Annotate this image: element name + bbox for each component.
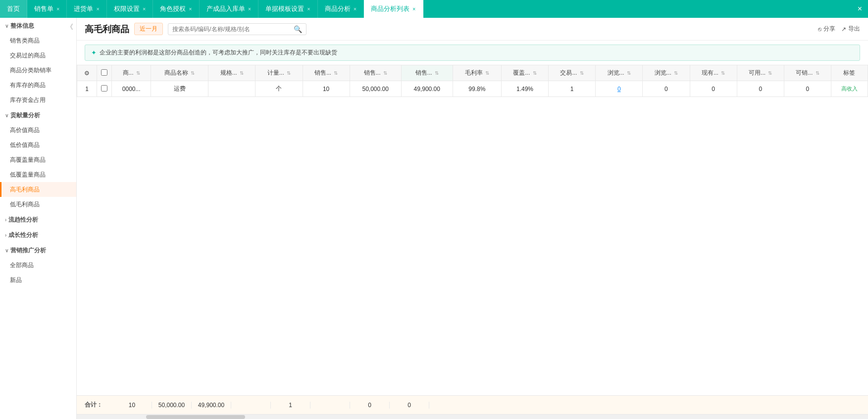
th-available[interactable]: 可用... ⇅ <box>737 65 784 81</box>
footer-col17: 0 <box>390 402 429 409</box>
sidebar-item-low-value[interactable]: 低价值商品 <box>0 138 76 152</box>
horizontal-scrollbar[interactable] <box>77 414 868 419</box>
th-spec-label: 规格... <box>220 69 237 76</box>
nav-item-permission[interactable]: 权限设置 × <box>107 0 153 18</box>
total-values: 10 50,000.00 49,900.00 1 0 0 <box>112 402 860 409</box>
footer-col6: 50,000.00 <box>152 402 192 409</box>
sidebar-item-in-stock[interactable]: 有库存的商品 <box>0 78 76 93</box>
row-current-stock: 0 <box>690 81 737 97</box>
nav-item-template[interactable]: 单据模板设置 × <box>258 0 317 18</box>
sidebar-group-growth[interactable]: › 成长性分析 <box>0 227 76 242</box>
sidebar-item-high-value[interactable]: 高价值商品 <box>0 123 76 138</box>
nav-item-production[interactable]: 产成品入库单 × <box>200 0 258 18</box>
overall-group-label: 整体信息 <box>10 22 34 30</box>
th-sales1[interactable]: 销售... ⇅ <box>303 65 350 81</box>
sort-code-icon: ⇅ <box>136 70 140 76</box>
nav-item-role[interactable]: 角色授权 × <box>153 0 199 18</box>
in-stock-label: 有库存的商品 <box>10 82 46 89</box>
low-coverage-label: 低覆盖量商品 <box>10 171 46 178</box>
th-coverage[interactable]: 覆盖... ⇅ <box>501 65 548 81</box>
sidebar-group-overall[interactable]: ∨ 整体信息 <box>0 18 76 33</box>
sort-sales1-icon: ⇅ <box>334 70 338 76</box>
row-sales-amount: 50,000.00 <box>350 81 401 97</box>
nav-close-analysis-list[interactable]: × <box>412 6 415 12</box>
low-value-label: 低价值商品 <box>10 141 40 148</box>
sidebar-item-high-coverage[interactable]: 高覆盖量商品 <box>0 152 76 167</box>
scroll-thumb[interactable] <box>146 415 245 419</box>
nav-close-template[interactable]: × <box>307 6 310 12</box>
sidebar-item-high-margin[interactable]: 高毛利商品 <box>0 182 76 197</box>
share-label: 分享 <box>823 25 835 33</box>
nav-close-purchase[interactable]: × <box>96 6 99 12</box>
row-coverage-rate: 1.49% <box>501 81 548 97</box>
th-trade[interactable]: 交易... ⇅ <box>549 65 596 81</box>
row-checkbox[interactable] <box>101 85 107 92</box>
th-browse2[interactable]: 浏览... ⇅ <box>643 65 690 81</box>
th-margin[interactable]: 毛利率 ⇅ <box>453 65 501 81</box>
sidebar-item-traded-goods[interactable]: 交易过的商品 <box>0 48 76 63</box>
nav-template-label: 单据模板设置 <box>265 4 304 13</box>
th-current-stock[interactable]: 现有... ⇅ <box>690 65 737 81</box>
nav-close-production[interactable]: × <box>248 6 251 12</box>
nav-close-role[interactable]: × <box>189 6 192 12</box>
th-sales1-label: 销售... <box>314 69 331 76</box>
sidebar-group-trend[interactable]: › 流趋性分析 <box>0 212 76 227</box>
nav-close-permission[interactable]: × <box>143 6 146 12</box>
row-spec <box>208 81 255 97</box>
sidebar-item-category-rate[interactable]: 商品分类助销率 <box>0 63 76 78</box>
select-all-checkbox[interactable] <box>101 69 107 76</box>
nav-role-label: 角色授权 <box>160 4 186 13</box>
row-unit: 个 <box>255 81 303 97</box>
th-sales2-label: 销售... <box>364 69 381 76</box>
sidebar-item-stock-funds[interactable]: 库存资金占用 <box>0 93 76 107</box>
th-sales2[interactable]: 销售... ⇅ <box>350 65 401 81</box>
th-sales3[interactable]: 销售... ⇅ <box>401 65 453 81</box>
row-browse1[interactable]: 0 <box>596 81 643 97</box>
th-browse2-label: 浏览... <box>655 69 671 76</box>
th-browse1-label: 浏览... <box>608 69 624 76</box>
th-unit[interactable]: 计量... ⇅ <box>255 65 303 81</box>
row-available: 0 <box>737 81 784 97</box>
th-code[interactable]: 商... ⇅ <box>112 65 151 81</box>
nav-item-sales[interactable]: 销售单 × <box>27 0 67 18</box>
sidebar-group-contribution[interactable]: ∨ 贡献量分析 <box>0 107 76 123</box>
sidebar-group-marketing[interactable]: ∨ 营销推广分析 <box>0 242 76 258</box>
export-button[interactable]: ↗ 导出 <box>841 25 860 33</box>
search-icon[interactable]: 🔍 <box>294 25 302 33</box>
sidebar-collapse-button[interactable]: 《 <box>66 23 73 32</box>
th-browse1[interactable]: 浏览... ⇅ <box>596 65 643 81</box>
th-sellable[interactable]: 可销... ⇅ <box>784 65 831 81</box>
nav-item-purchase[interactable]: 进货单 × <box>67 0 106 18</box>
period-button[interactable]: 近一月 <box>134 23 163 35</box>
footer-col10 <box>231 402 271 409</box>
row-browse1-link[interactable]: 0 <box>617 86 621 93</box>
sidebar-item-low-coverage[interactable]: 低覆盖量商品 <box>0 167 76 182</box>
content-area: 高毛利商品 近一月 🔍 ⎋ 分享 ↗ 导出 ✦ 企业的主要的利润都是这部分商品创… <box>77 18 868 419</box>
row-tag: 高收入 <box>831 81 868 97</box>
nav-close-all-button[interactable]: × <box>852 0 868 18</box>
th-name[interactable]: 商品名称 ⇅ <box>151 65 208 81</box>
row-name: 运费 <box>151 81 208 97</box>
sidebar-item-sales-goods[interactable]: 销售类商品 <box>0 33 76 48</box>
footer-col15 <box>310 402 350 409</box>
nav-item-home[interactable]: 首页 <box>0 0 27 18</box>
nav-item-analysis[interactable]: 商品分析 × <box>318 0 364 18</box>
marketing-group-label: 营销推广分析 <box>10 246 46 255</box>
th-spec[interactable]: 规格... ⇅ <box>208 65 255 81</box>
nav-item-analysis-list[interactable]: 商品分析列表 × <box>364 0 423 18</box>
sidebar-item-all-goods[interactable]: 全部商品 <box>0 258 76 273</box>
sidebar-item-low-margin[interactable]: 低毛利商品 <box>0 197 76 212</box>
nav-close-sales[interactable]: × <box>56 6 59 12</box>
sidebar-item-new-goods[interactable]: 新品 <box>0 273 76 287</box>
nav-close-analysis[interactable]: × <box>354 6 357 12</box>
sort-available-icon: ⇅ <box>768 70 772 76</box>
sort-browse2-icon: ⇅ <box>674 70 678 76</box>
new-goods-label: 新品 <box>10 277 22 283</box>
row-tag-high: 高收入 <box>841 86 858 92</box>
search-input[interactable] <box>172 26 294 33</box>
marketing-arrow-icon: ∨ <box>5 248 8 253</box>
gear-icon[interactable]: ⚙ <box>84 70 90 77</box>
share-button[interactable]: ⎋ 分享 <box>818 25 835 33</box>
nav-sales-label: 销售单 <box>34 4 53 13</box>
row-code: 0000... <box>112 81 151 97</box>
